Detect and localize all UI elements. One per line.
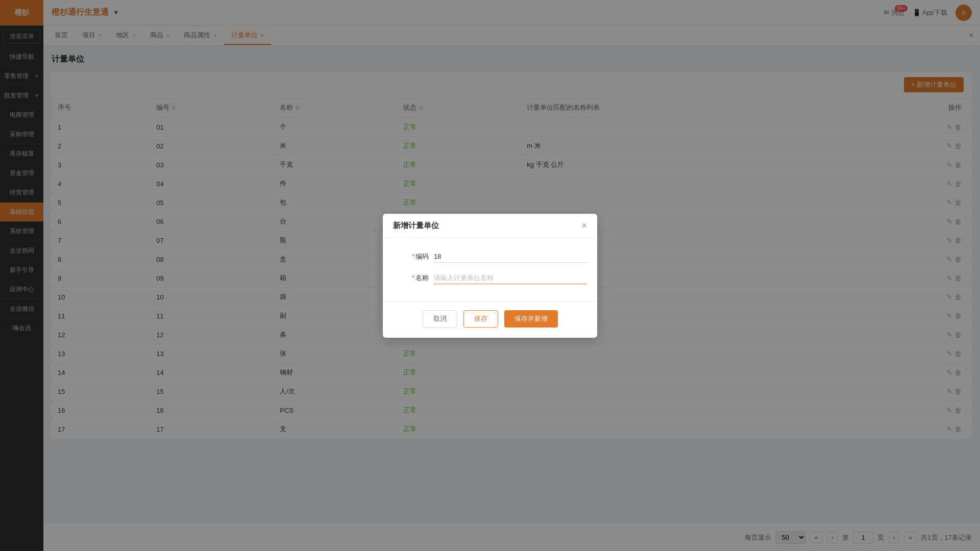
name-label: *名称: [393, 273, 429, 283]
required-mark: *: [412, 253, 414, 260]
modal-title: 新增计量单位: [393, 221, 439, 231]
form-row-name: *名称: [393, 272, 587, 284]
add-unit-modal: 新增计量单位 × *编码 *名称 取消 保存 保存并新增: [383, 214, 597, 338]
code-input[interactable]: [434, 251, 587, 263]
modal-overlay[interactable]: 新增计量单位 × *编码 *名称 取消 保存 保存并新增: [0, 0, 980, 551]
modal-header: 新增计量单位 ×: [383, 214, 597, 238]
modal-footer: 取消 保存 保存并新增: [383, 302, 597, 338]
form-row-code: *编码: [393, 251, 587, 263]
modal-body: *编码 *名称: [383, 238, 597, 302]
modal-close-button[interactable]: ×: [581, 221, 587, 230]
required-mark: *: [412, 274, 414, 282]
name-input[interactable]: [434, 272, 587, 284]
code-label: *编码: [393, 252, 429, 261]
save-button[interactable]: 保存: [463, 310, 498, 328]
save-and-new-button[interactable]: 保存并新增: [504, 310, 558, 328]
cancel-button[interactable]: 取消: [423, 310, 457, 328]
